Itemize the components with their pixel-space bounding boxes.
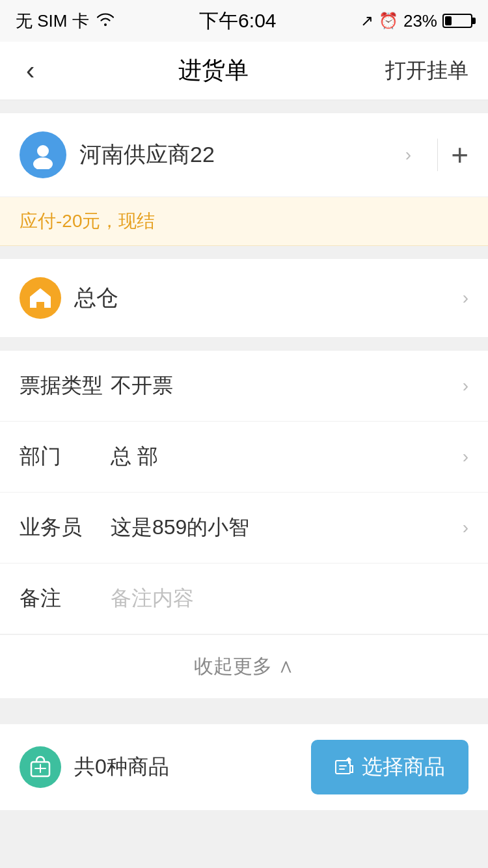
invoice-type-value: 不开票	[111, 372, 456, 400]
status-bar: 无 SIM 卡 下午6:04 ↗ ⏰ 23%	[0, 0, 488, 42]
goods-icon-container	[20, 746, 61, 788]
notice-text: 应付-20元，现结	[20, 211, 155, 231]
alarm-icon: ⏰	[379, 12, 398, 30]
add-supplier-button[interactable]: +	[451, 140, 468, 170]
salesperson-chevron-icon: ›	[463, 517, 468, 538]
supplier-row[interactable]: 河南供应商22 › +	[0, 113, 488, 197]
nav-bar: ‹ 进货单 打开挂单	[0, 42, 488, 100]
battery-icon	[442, 14, 472, 28]
remark-row[interactable]: 备注 备注内容	[0, 563, 488, 634]
goods-bar: 共0种商品 选择商品	[0, 724, 488, 810]
divider-2	[0, 246, 488, 259]
supplier-name: 河南供应商22	[79, 140, 405, 170]
back-button[interactable]: ‹	[20, 49, 41, 92]
form-section: 票据类型 不开票 › 部门 总 部 › 业务员 这是859的小智 › 备注 备注…	[0, 351, 488, 698]
department-value: 总 部	[111, 442, 456, 471]
warehouse-chevron-icon: ›	[463, 288, 468, 308]
top-divider	[0, 100, 488, 113]
svg-point-1	[33, 157, 53, 169]
salesperson-value: 这是859的小智	[111, 513, 456, 542]
supplier-card: 河南供应商22 › + 应付-20元，现结	[0, 113, 488, 246]
divider-3	[0, 338, 488, 351]
select-goods-label: 选择商品	[362, 753, 445, 781]
shopping-bag-icon	[29, 755, 52, 779]
department-chevron-icon: ›	[463, 446, 468, 467]
divider-4	[0, 698, 488, 711]
invoice-type-label: 票据类型	[20, 372, 111, 400]
invoice-type-chevron-icon: ›	[463, 375, 468, 396]
supplier-chevron-icon: ›	[405, 144, 411, 165]
battery-percent: 23%	[403, 11, 437, 31]
salesperson-row[interactable]: 业务员 这是859的小智 ›	[0, 493, 488, 563]
collapse-row[interactable]: 收起更多 ∧	[0, 634, 488, 698]
wifi-icon	[96, 12, 115, 30]
warehouse-row[interactable]: 总仓 ›	[0, 259, 488, 338]
status-time: 下午6:04	[199, 8, 276, 34]
home-icon	[28, 286, 53, 310]
warehouse-icon	[20, 277, 61, 319]
location-icon: ↗	[360, 12, 373, 30]
svg-point-0	[37, 145, 49, 157]
supplier-avatar	[20, 131, 66, 178]
notice-bar: 应付-20元，现结	[0, 197, 488, 246]
department-label: 部门	[20, 442, 111, 471]
select-goods-icon	[334, 757, 355, 778]
status-left: 无 SIM 卡	[16, 10, 115, 33]
user-icon	[29, 141, 57, 169]
status-right: ↗ ⏰ 23%	[360, 11, 472, 31]
open-pending-button[interactable]: 打开挂单	[385, 57, 468, 85]
select-goods-button[interactable]: 选择商品	[311, 740, 468, 794]
remark-label: 备注	[20, 584, 111, 613]
carrier-label: 无 SIM 卡	[16, 10, 89, 33]
salesperson-label: 业务员	[20, 513, 111, 542]
goods-count-label: 共0种商品	[74, 753, 311, 781]
main-content: 河南供应商22 › + 应付-20元，现结 总仓 › 票据类型 不开票 ›	[0, 100, 488, 868]
collapse-label: 收起更多 ∧	[194, 655, 293, 677]
page-title: 进货单	[178, 55, 249, 87]
remark-input[interactable]: 备注内容	[111, 584, 468, 613]
supplier-divider	[437, 139, 438, 171]
warehouse-name: 总仓	[74, 283, 463, 313]
invoice-type-row[interactable]: 票据类型 不开票 ›	[0, 351, 488, 422]
svg-rect-3	[336, 761, 350, 774]
department-row[interactable]: 部门 总 部 ›	[0, 422, 488, 493]
